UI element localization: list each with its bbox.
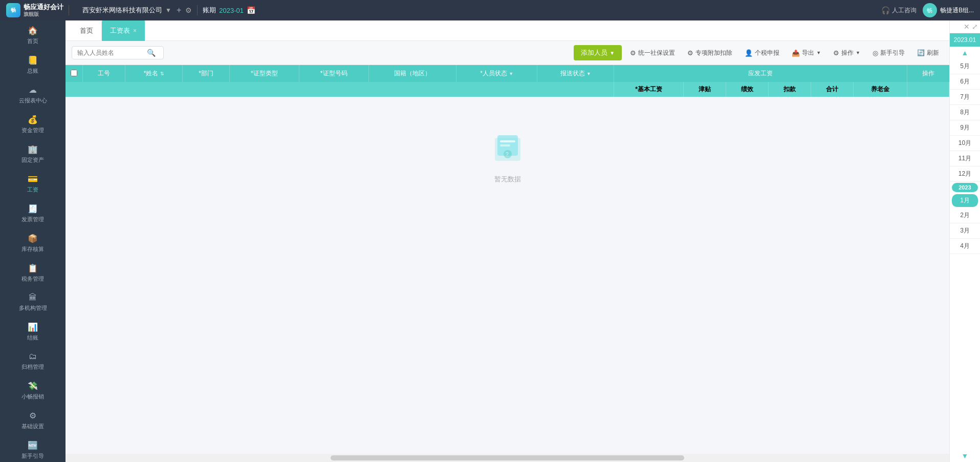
company-dropdown-icon[interactable]: ▼ (165, 7, 171, 14)
operations-btn[interactable]: ⚙ 操作 ▼ (829, 47, 864, 59)
ledger-icon: 📒 (28, 55, 38, 65)
month-6[interactable]: 6月 (950, 74, 980, 90)
col-name[interactable]: *姓名 ⇅ (125, 65, 182, 82)
social-security-label: 统一社保设置 (638, 49, 675, 57)
sidebar-item-report[interactable]: ☁ 云报表中心 (0, 80, 66, 110)
search-wrap[interactable]: 🔍 (72, 46, 164, 59)
sidebar-label-invoice: 发票管理 (21, 216, 44, 223)
right-panel-expand-btn[interactable]: ⤢ (972, 23, 978, 31)
right-panel: ✕ ⤢ 2023.01 ▲ 5月 6月 7月 8月 9月 10月 11月 12月… (949, 20, 980, 462)
sidebar-item-close[interactable]: 📊 结账 (0, 317, 66, 347)
month-list: 5月 6月 7月 8月 9月 10月 11月 12月 2023 1月 2月 3月… (950, 59, 980, 450)
refresh-btn[interactable]: 🔄 刷新 (913, 47, 943, 59)
sidebar-item-inventory[interactable]: 📦 库存核算 (0, 228, 66, 258)
sidebar-item-asset[interactable]: 🏢 固定资产 (0, 139, 66, 169)
sub-col-actions (907, 82, 949, 97)
month-7[interactable]: 7月 (950, 90, 980, 105)
refresh-icon: 🔄 (917, 49, 925, 56)
sidebar-item-guide[interactable]: 🆕 新手引导 (0, 435, 66, 462)
logo-icon: 畅 (6, 3, 20, 17)
tax-icon: 📋 (28, 263, 38, 273)
sidebar-item-finance[interactable]: 💰 资金管理 (0, 110, 66, 139)
tab-home-label: 首页 (80, 26, 93, 35)
sidebar-item-archive[interactable]: 🗂 归档管理 (0, 347, 66, 376)
company-selector[interactable]: 西安虾米网络科技有限公司 ▼ (82, 6, 171, 15)
sidebar-label-tax: 税务管理 (21, 275, 44, 283)
sidebar-item-expense[interactable]: 💸 小畅报销 (0, 376, 66, 406)
tab-home[interactable]: 首页 (72, 20, 102, 41)
col-report-status[interactable]: 报送状态 ▼ (537, 65, 614, 82)
bottom-scrollbar[interactable] (66, 454, 949, 462)
personal-tax-btn[interactable]: 👤 个税申报 (741, 47, 783, 59)
sidebar-label-asset: 固定资产 (21, 156, 44, 164)
support-btn[interactable]: 🎧 人工咨询 (881, 6, 917, 15)
main-area: 🏠 首页 📒 总账 ☁ 云报表中心 💰 资金管理 🏢 固定资产 💳 工资 (0, 20, 980, 462)
header-add-btn[interactable]: + (177, 6, 181, 15)
sidebar-item-home[interactable]: 🏠 首页 (0, 20, 66, 50)
month-2[interactable]: 2月 (950, 208, 980, 223)
sub-col-performance: 绩效 (726, 82, 768, 97)
month-3[interactable]: 3月 (950, 223, 980, 239)
month-4[interactable]: 4月 (950, 239, 980, 254)
logo-main-text: 畅应通好会计 (24, 3, 63, 11)
sidebar-item-tax[interactable]: 📋 税务管理 (0, 258, 66, 288)
right-panel-close-btn[interactable]: ✕ (964, 23, 970, 31)
bottom-scroll-thumb[interactable] (331, 455, 684, 460)
sidebar-item-ledger[interactable]: 📒 总账 (0, 50, 66, 80)
header-settings-btn[interactable]: ⚙ (185, 6, 192, 14)
app-container: 畅 畅应通好会计 旗舰版 西安虾米网络科技有限公司 ▼ + ⚙ 账期 2023-… (0, 0, 980, 462)
filter-person-status-icon[interactable]: ▼ (509, 71, 513, 76)
search-input[interactable] (77, 49, 144, 56)
right-panel-up-arrow[interactable]: ▲ (950, 47, 980, 59)
sidebar-label-settings: 基础设置 (21, 423, 44, 430)
month-12[interactable]: 12月 (950, 166, 980, 182)
period-calendar-icon[interactable]: 📅 (247, 6, 255, 14)
month-5[interactable]: 5月 (950, 59, 980, 74)
guide-btn[interactable]: ◎ 新手引导 (868, 47, 909, 59)
col-checkbox[interactable] (66, 65, 83, 82)
guide-label: 新手引导 (880, 49, 905, 57)
sidebar-item-invoice[interactable]: 🧾 发票管理 (0, 199, 66, 228)
sidebar-item-salary[interactable]: 💳 工资 (0, 169, 66, 199)
sidebar-item-multi[interactable]: 🏛 多机构管理 (0, 288, 66, 317)
special-deduct-btn[interactable]: ⚙ 专项附加扣除 (683, 47, 736, 59)
guide-icon: 🆕 (28, 440, 38, 450)
sort-name-icon[interactable]: ⇅ (160, 71, 164, 76)
finance-icon: 💰 (28, 115, 38, 124)
right-panel-top: ✕ ⤢ (950, 20, 980, 33)
table-header-row: 工号 *姓名 ⇅ *部门 *证型类型 *证型号码 国籍（地区） *人员状态 (66, 65, 949, 82)
col-actions: 操作 (907, 65, 949, 82)
logo-text-wrap: 畅应通好会计 旗舰版 (24, 3, 63, 17)
export-btn[interactable]: 📤 导出 ▼ (788, 47, 825, 59)
sidebar-label-close: 结账 (27, 334, 38, 342)
tab-salary-close[interactable]: × (133, 27, 137, 34)
social-security-btn[interactable]: ⚙ 统一社保设置 (626, 47, 679, 59)
export-label: 导出 (802, 49, 814, 57)
select-all-checkbox[interactable] (71, 70, 77, 76)
month-10[interactable]: 10月 (950, 136, 980, 151)
sidebar-label-finance: 资金管理 (21, 127, 44, 134)
table-sub-header-row: *基本工资 津贴 绩效 扣款 合计 养老金 (66, 82, 949, 97)
invoice-icon: 🧾 (28, 204, 38, 214)
avatar[interactable]: 畅 (923, 3, 937, 17)
social-security-icon: ⚙ (630, 49, 636, 57)
add-person-button[interactable]: 添加人员 ▼ (574, 45, 622, 60)
month-1-active[interactable]: 1月 (952, 194, 978, 207)
user-area[interactable]: 畅 畅捷通B组... (923, 3, 974, 17)
tabs-bar: 首页 工资表 × (66, 20, 949, 41)
sidebar-item-settings[interactable]: ⚙ 基础设置 (0, 406, 66, 435)
col-person-status[interactable]: *人员状态 ▼ (456, 65, 537, 82)
operations-icon: ⚙ (833, 49, 839, 57)
month-9[interactable]: 9月 (950, 120, 980, 136)
filter-report-status-icon[interactable]: ▼ (586, 71, 591, 76)
month-8[interactable]: 8月 (950, 105, 980, 120)
period-selector[interactable]: 账期 2023-01 📅 (203, 6, 255, 15)
right-panel-down-arrow[interactable]: ▼ (950, 450, 980, 462)
tab-salary[interactable]: 工资表 × (102, 20, 145, 41)
personal-tax-icon: 👤 (745, 49, 753, 57)
personal-tax-label: 个税申报 (755, 49, 779, 57)
month-11[interactable]: 11月 (950, 151, 980, 166)
sidebar-label-multi: 多机构管理 (19, 304, 47, 312)
multi-icon: 🏛 (29, 293, 37, 302)
period-value: 2023-01 (219, 7, 244, 14)
